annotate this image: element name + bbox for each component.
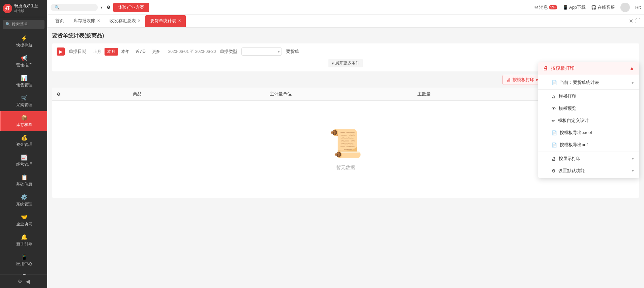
dropdown-item-set-default[interactable]: ⚙ 设置默认功能 ▾ (538, 165, 639, 177)
dropdown-chevron-icon: ▾ (100, 5, 103, 10)
settings-icon[interactable]: ⚙ (18, 278, 22, 285)
collapse-icon[interactable]: ◀ (26, 278, 30, 285)
sidebar-item-quick-nav[interactable]: ⚡ 快捷导航 (0, 32, 47, 52)
dropdown-header-left: 🖨 按模板打印 (543, 65, 575, 71)
window-close-btn[interactable]: ✕ (629, 18, 633, 24)
dropdown-item-left: 🖨 按显示打印 (552, 156, 581, 162)
set-default-arrow: ▾ (632, 168, 634, 173)
avatar[interactable] (620, 3, 630, 12)
sidebar-item-operations[interactable]: 📈 经营管理 (0, 151, 47, 171)
dropdown-print-icon: 🖨 (543, 65, 548, 71)
dropdown-item-export-excel[interactable]: 📄 按模板导出excel (538, 127, 639, 139)
sidebar-item-app-center[interactable]: 📱 应用中心 (0, 250, 47, 270)
messages-item[interactable]: ✉ 消息 99+ (534, 4, 557, 10)
tab-home-label: 首页 (55, 18, 64, 24)
dropdown-item-left: ⚙ 设置默认功能 (552, 168, 585, 174)
sidebar-item-label: 采购管理 (16, 102, 32, 108)
dropdown-item-display-print[interactable]: 🖨 按显示打印 ▾ (538, 153, 639, 165)
dropdown-item-template-custom[interactable]: ✏ 模板自定义设计 (538, 115, 639, 127)
category-label: 要货单 (286, 49, 299, 55)
export-pdf-label: 按模板导出pdf (560, 142, 588, 148)
template-print-label: 模板打印 (559, 93, 576, 99)
topbar: 🔍 ▾ ⚙ 体验行业方案 ✉ 消息 99+ 📱 App下载 🎧 在线客服 Rit (47, 0, 644, 15)
messages-badge: 99+ (549, 5, 557, 9)
date-btn-this-month[interactable]: 本月 (105, 48, 118, 56)
topbar-dropdown[interactable]: ▾ (100, 5, 103, 10)
page-title: 要货单统计表(按商品) (52, 32, 639, 39)
current-template-label: 当前：要货单统计表 (560, 79, 599, 86)
topbar-search-box: 🔍 (51, 4, 98, 11)
sidebar-item-wecom[interactable]: 💬 企业微信 (0, 270, 47, 275)
sidebar-item-finance[interactable]: 💰 资金管理 (0, 131, 47, 151)
template-preview-icon: 👁 (552, 106, 556, 111)
messages-label: 消息 (539, 4, 548, 10)
sidebar: 好 畅捷通好生意 标准版 🔍 搜索菜单 ⚡ 快捷导航 📢 营销推广 📊 销售管理… (0, 0, 47, 288)
dropdown-item-left: 📄 按模板导出excel (552, 130, 592, 136)
filter-row: ▶ 单据日期 上月 本月 本年 近7天 更多 2023-06-01 至 2023… (57, 47, 635, 56)
sidebar-item-marketing[interactable]: 📢 营销推广 (0, 52, 47, 71)
sales-icon: 📊 (21, 75, 28, 81)
th-settings-icon[interactable]: ⚙ (52, 92, 65, 97)
tab-inventory-batch-label: 库存批次账 (74, 18, 95, 24)
sidebar-nav: ⚡ 快捷导航 📢 营销推广 📊 销售管理 🛒 采购管理 📦 库存核算 💰 资金管… (0, 32, 47, 275)
expand-more-btn[interactable]: ▾ 展开更多条件 (328, 59, 363, 67)
tab-home[interactable]: 首页 (51, 15, 69, 27)
gear-icon[interactable]: ⚙ (107, 5, 111, 10)
sidebar-item-purchase[interactable]: 🛒 采购管理 (0, 91, 47, 111)
sidebar-item-sales[interactable]: 📊 销售管理 (0, 71, 47, 91)
topbar-right: ✉ 消息 99+ 📱 App下载 🎧 在线客服 Rit (534, 3, 641, 12)
app-center-icon: 📱 (21, 254, 28, 260)
print-btn[interactable]: 🖨 按模板打印 ▾ (502, 75, 543, 85)
sidebar-item-cooperation[interactable]: 🤝 企业协同 (0, 211, 47, 230)
export-pdf-icon: 📄 (552, 142, 557, 148)
th-quantity: 主数量 (352, 91, 496, 97)
sidebar-item-label: 销售管理 (16, 82, 32, 88)
sidebar-item-label: 库存核算 (16, 122, 32, 128)
date-btn-last-month[interactable]: 上月 (90, 48, 104, 56)
trial-btn[interactable]: 体验行业方案 (113, 3, 149, 12)
tab-receipts-summary-close[interactable]: ✕ (138, 19, 141, 23)
dropdown-item-left: 👁 模板预览 (552, 105, 576, 111)
tab-inventory-batch[interactable]: 库存批次账 ✕ (69, 15, 105, 27)
dropdown-item-export-pdf[interactable]: 📄 按模板导出pdf (538, 139, 639, 151)
app-download-item[interactable]: 📱 App下载 (563, 4, 586, 10)
tab-order-stats-close[interactable]: ✕ (178, 19, 181, 23)
main-content: 🔍 ▾ ⚙ 体验行业方案 ✉ 消息 99+ 📱 App下载 🎧 在线客服 Rit (47, 0, 644, 288)
tab-order-stats-label: 要货单统计表 (150, 18, 176, 24)
display-print-icon: 🖨 (552, 156, 556, 161)
page-content: 要货单统计表(按商品) ▶ 单据日期 上月 本月 本年 近7天 更多 2023-… (47, 28, 644, 288)
tab-order-stats[interactable]: 要货单统计表 ✕ (145, 15, 186, 27)
sidebar-search[interactable]: 🔍 搜索菜单 (3, 20, 45, 29)
sidebar-item-inventory[interactable]: 📦 库存核算 (0, 111, 47, 131)
dropdown-collapse-btn[interactable]: ▲ (629, 65, 635, 71)
sidebar-item-new-guide[interactable]: 🔔 新手引导 (0, 230, 47, 250)
dropdown-item-template-preview[interactable]: 👁 模板预览 (538, 102, 639, 115)
date-btn-7days[interactable]: 近7天 (133, 48, 149, 56)
dropdown-current-item[interactable]: 📄 当前：要货单统计表 ▾ (538, 76, 639, 89)
dropdown-item-left: ✏ 模板自定义设计 (552, 118, 589, 124)
sidebar-item-label: 新手引导 (16, 241, 32, 247)
type-select-wrap (241, 47, 282, 56)
dropdown-item-template-print[interactable]: 🖨 模板打印 (538, 90, 639, 102)
window-maximize-btn[interactable]: ⛶ (635, 18, 641, 24)
template-preview-label: 模板预览 (559, 105, 576, 111)
sidebar-item-basic-info[interactable]: 📋 基础信息 (0, 171, 47, 191)
divider-2 (538, 152, 639, 152)
sidebar-item-label: 系统管理 (16, 201, 32, 207)
online-service-label: 在线客服 (597, 4, 615, 10)
tab-inventory-batch-close[interactable]: ✕ (97, 19, 100, 23)
print-dropdown: 🖨 按模板打印 ▲ 📄 当前：要货单统计表 ▾ 🖨 模板打印 (538, 62, 639, 178)
date-btn-this-year[interactable]: 本年 (119, 48, 132, 56)
type-select[interactable] (241, 47, 282, 56)
app-logo: 好 畅捷通好生意 标准版 (0, 0, 47, 17)
dropdown-header: 🖨 按模板打印 ▲ (538, 62, 639, 75)
tab-receipts-summary[interactable]: 收发存汇总表 ✕ (105, 15, 145, 27)
set-default-label: 设置默认功能 (558, 168, 585, 174)
search-icon: 🔍 (5, 22, 10, 27)
sidebar-item-system[interactable]: ⚙️ 系统管理 (0, 191, 47, 211)
logo-title: 畅捷通好生意 (14, 3, 38, 9)
filter-expand-btn[interactable]: ▶ (57, 47, 65, 56)
display-print-label: 按显示打印 (559, 156, 581, 162)
online-service-item[interactable]: 🎧 在线客服 (591, 4, 615, 10)
date-btn-more[interactable]: 更多 (149, 48, 163, 56)
